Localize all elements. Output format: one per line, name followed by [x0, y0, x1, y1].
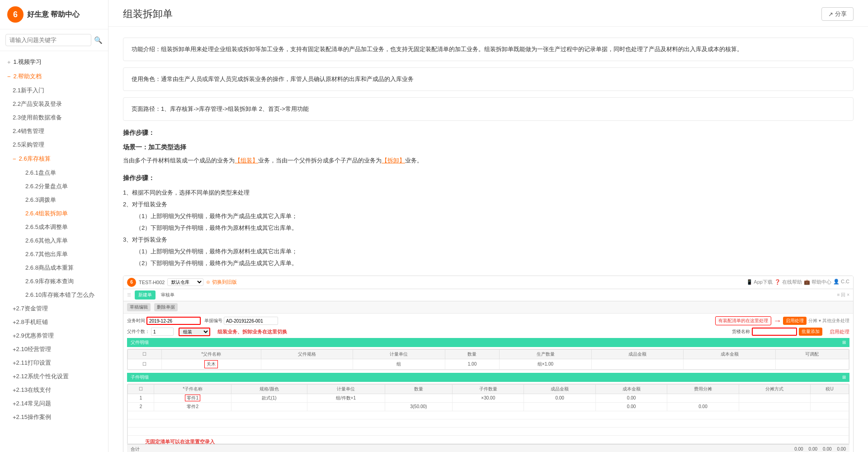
step2-sub2: （2）下部明细为子件明细，最终作为原材料生成其它出库单。	[136, 222, 854, 234]
sim-search-input[interactable]	[752, 328, 797, 336]
sim-lower-row-4	[128, 419, 849, 427]
step2: 2、对于组装业务	[123, 199, 854, 210]
sim-lower-table: ☐ *子件名称 规格/颜色 计量单位 数量 子件数量 成品金额 成本金额 费用分	[127, 384, 849, 444]
sim-btn-activate[interactable]: 启用处理	[783, 317, 807, 325]
sidebar-item-266[interactable]: 2.6.6其他入库单	[25, 234, 108, 247]
sim-lower-row-6	[128, 435, 849, 443]
sim-assembly-annotation: 组装业务、拆卸业务在这里切换	[217, 328, 287, 335]
step3-sub1: （1）上部明细为父件明细，最终作为原材料生成其它出库单；	[136, 246, 854, 257]
main-content: 组装拆卸单 ↗ 分享 功能介绍：组装拆卸单用来处理企业组装或拆卸等加工业务，支持…	[108, 0, 868, 452]
sub-name1[interactable]: 零件1	[185, 395, 200, 401]
sim-company-select[interactable]: 默认仓库	[167, 278, 203, 286]
sidebar-item-docs[interactable]: − 2.帮助文档	[0, 69, 108, 84]
share-button[interactable]: ↗ 分享	[821, 7, 854, 21]
sim-upper-row-1: ☐ 关木 组 1.00 组×1.00	[128, 359, 849, 369]
sim-search-label: 货楼名称	[732, 328, 750, 335]
sim-tab-approved[interactable]: 审核单	[157, 290, 178, 300]
logo-area: 6 好生意 帮助中心	[0, 0, 108, 29]
sim-lower-section-wrapper: 子件明细 ⊞ ☐ *子件名称 规格/颜色 计量单位	[127, 373, 849, 444]
sim-btn-delete[interactable]: 删除单据	[154, 303, 178, 311]
intro-text-2: 使用角色：通常由生产人员或库管人员完成拆装业务的操作，库管人员确认原材料的出库和…	[132, 74, 845, 84]
plus-icon-214: +	[13, 400, 16, 407]
sim-nav: ☰ 新建单 审核单 ≡ 回 ×	[123, 289, 853, 301]
sidebar-item-214[interactable]: + 2.14常见问题	[13, 397, 108, 410]
sidebar-item-27[interactable]: + 2.7资金管理	[13, 302, 108, 315]
sim-lower-section: 子件明细 ⊞	[127, 373, 849, 382]
sidebar-item-22[interactable]: 2.2产品安装及登录	[13, 97, 108, 111]
search-button[interactable]: 🔍	[94, 36, 103, 44]
sidebar-item-212[interactable]: + 2.12系统个性化设置	[13, 370, 108, 383]
annotation-bom: 有装配清单的在这里处理	[715, 316, 771, 325]
sim-form: 业务时间 单据编号 有装配清单的在这里处理 →	[123, 314, 853, 452]
sidebar-item-25[interactable]: 2.5采购管理	[13, 138, 108, 152]
sim-upper-row1-avail	[775, 359, 849, 369]
sim-lower-th-1: *子件名称	[154, 384, 231, 394]
search-input[interactable]	[5, 34, 91, 46]
link-disassembly[interactable]: 【拆卸】	[382, 157, 405, 164]
sim-lower-th-5: 子件数量	[453, 384, 524, 394]
parent-name-input[interactable]: 关木	[204, 360, 218, 368]
sim-upper-th-8: 可调配	[775, 349, 849, 359]
sim-annotation-area: 有装配清单的在这里处理 → 启用处理 分摊 ▾ 其他业务处理	[715, 316, 849, 326]
sim-lower-icon: ⊞	[842, 375, 846, 380]
sim-upper-th-1: *父件名称	[161, 349, 261, 359]
sim-type-wrapper: 组装 拆卸	[179, 328, 210, 336]
sidebar-item-269[interactable]: 2.6.9库存账本查询	[25, 275, 108, 288]
annotation-batch: 启用处理	[830, 329, 849, 334]
screenshot-container: 6 TEST-H002 默认仓库 ⊙ 切换到旧版 📱 App下载 ❓ 在线帮助 …	[123, 276, 854, 452]
share-icon: ↗	[828, 11, 833, 18]
sidebar-item-264[interactable]: 2.6.4组装拆卸单	[25, 207, 108, 220]
sim-user-icon: 👤 C.C	[833, 279, 849, 285]
sidebar-item-265[interactable]: 2.6.5成本调整单	[25, 220, 108, 234]
sim-form-wrapper: 业务时间 单据编号 有装配清单的在这里处理 →	[127, 316, 849, 336]
sim-upper-row1-check: ☐	[128, 359, 162, 369]
sim-total-label: 合计	[131, 446, 140, 452]
sim-date-input[interactable]	[146, 317, 201, 325]
sim-toolbar: 草稿编辑 删除单据	[123, 301, 853, 314]
sim-tab-new[interactable]: 新建单	[135, 290, 156, 300]
sidebar-item-21[interactable]: 2.1新手入门	[13, 84, 108, 97]
sim-nav-icon: ☰	[127, 292, 131, 297]
sim-count-input[interactable]	[151, 328, 174, 336]
sidebar-label-video: 1.视频学习	[14, 58, 42, 66]
sidebar-item-213[interactable]: + 2.13在线支付	[13, 383, 108, 397]
plus-icon-212: +	[13, 373, 16, 380]
link-assembly[interactable]: 【组装】	[235, 157, 258, 164]
plus-icon: +	[7, 59, 11, 66]
sim-upper-row1-spec	[261, 359, 353, 369]
sidebar-item-267[interactable]: 2.6.7其他出库单	[25, 247, 108, 261]
sim-upper-row1-cost-amt	[684, 359, 776, 369]
sidebar-item-262[interactable]: 2.6.2分量盘点单	[25, 180, 108, 193]
sim-btn-batch[interactable]: 批量添加	[799, 328, 822, 336]
sidebar-item-26[interactable]: − 2.6库存核算	[13, 152, 108, 166]
sim-type-select[interactable]: 组装 拆卸	[179, 328, 210, 336]
sidebar-item-24[interactable]: 2.4销售管理	[13, 124, 108, 138]
sim-bill-input[interactable]	[224, 317, 278, 325]
sim-date-field: 业务时间	[127, 317, 201, 325]
plus-icon-213: +	[13, 387, 16, 394]
sim-count-label: 父件个数：	[127, 328, 150, 335]
minus-icon: −	[7, 73, 11, 80]
annotation-assembly: 组装业务、拆卸业务在这里切换	[217, 328, 287, 335]
main-body: 功能介绍：组装拆卸单用来处理企业组装或拆卸等加工业务，支持有固定装配清单的产品加…	[108, 27, 868, 452]
sim-upper-table-container: ☐ *父件名称 父件规格 计量单位 数量 生产数量 成品金额 成本金额 可调配	[127, 349, 849, 370]
sidebar-item-215[interactable]: + 2.15操作案例	[13, 410, 108, 424]
sim-batch-area: 货楼名称 批量添加	[732, 328, 822, 336]
sim-lower-row-2: 2 零件2 3(50.00) 0.00 0.00	[128, 402, 849, 411]
sidebar-item-268[interactable]: 2.6.8商品成本重算	[25, 261, 108, 275]
sim-count-field: 父件个数：	[127, 328, 174, 336]
sidebar-item-video[interactable]: + 1.视频学习	[0, 55, 108, 69]
steps-list: 1、根据不同的业务，选择不同单据的类型来处理 2、对于组装业务 （1）上部明细为…	[123, 187, 854, 269]
sidebar-item-28[interactable]: + 2.8手机旺铺	[13, 315, 108, 329]
sim-lower-row-1: 1 零件1 款式(1) 组/件数+1 ×30.00 0.00 0.00	[128, 394, 849, 402]
sidebar-item-263[interactable]: 2.6.3调拨单	[25, 193, 108, 207]
step3-sub2: （2）下部明细为子件明细，最终作为产成品生成其它入库单。	[136, 257, 854, 269]
sidebar-item-29[interactable]: + 2.9优惠券管理	[13, 329, 108, 343]
sidebar-item-2610[interactable]: 2.6.10库存账本错了怎么办	[25, 288, 108, 302]
sidebar-item-23[interactable]: 2.3使用前数据准备	[13, 111, 108, 124]
sim-more-icon: ≡ 回 ×	[837, 292, 849, 298]
sidebar-item-210[interactable]: + 2.10经营管理	[13, 343, 108, 356]
sidebar-item-261[interactable]: 2.6.1盘点单	[25, 166, 108, 180]
sim-btn-edit[interactable]: 草稿编辑	[127, 303, 151, 311]
sidebar-item-211[interactable]: + 2.11打印设置	[13, 356, 108, 370]
